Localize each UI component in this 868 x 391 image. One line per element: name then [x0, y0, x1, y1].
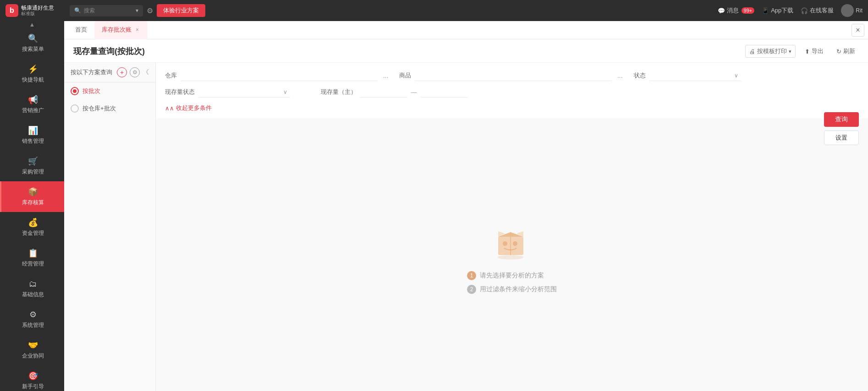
box-icon: 📦: [28, 187, 38, 197]
experience-btn[interactable]: 体验行业方案: [157, 4, 205, 17]
sidebar-item-finance[interactable]: 💰 资金管理: [0, 212, 64, 243]
sidebar-item-system[interactable]: ⚙ 系统管理: [0, 304, 64, 335]
sidebar-item-newguide[interactable]: 🎯 新手引导: [0, 365, 64, 391]
global-search-box[interactable]: 🔍 搜索 ▾: [70, 5, 143, 16]
content-area: 首页 库存批次账 × × 现存量查询(按批次) 🖨 按模板打印 ▾: [64, 21, 868, 391]
sidebar-item-quicknav[interactable]: ⚡ 快捷导航: [0, 59, 64, 89]
filter-row-2: 现存量状态 ∨ 现存量（主） —: [165, 87, 859, 98]
stock-status-field: 现存量状态 ∨: [165, 87, 312, 98]
online-service-btn[interactable]: 🎧 在线客服: [801, 6, 834, 15]
query-btn[interactable]: 查询: [824, 112, 859, 127]
search-icon: 🔍: [28, 33, 38, 43]
messages-btn[interactable]: 💬 消息 99+: [718, 6, 755, 15]
product-input[interactable]: [415, 70, 612, 81]
gear-icon: ⚙: [28, 310, 38, 320]
money-icon: 💰: [28, 217, 38, 228]
warehouse-field: 仓库 ...: [165, 70, 390, 81]
svg-point-7: [498, 255, 523, 260]
tip-1-num: 1: [467, 271, 476, 280]
header-right: 💬 消息 99+ 📱 App下载 🎧 在线客服 Rit: [718, 4, 863, 17]
app-name-text: 畅康通好生意 标准版: [21, 5, 54, 16]
filter-panel-header: 按以下方案查询 + ⚙ 《: [64, 63, 155, 82]
print-icon: 🖨: [749, 48, 755, 55]
tip-2-num: 2: [467, 285, 476, 294]
plus-icon: +: [120, 69, 124, 76]
gear-icon: ⚙: [132, 69, 137, 76]
query-area: 仓库 ... 商品 ... 状态: [156, 63, 868, 391]
header-middle: 🔍 搜索 ▾ ⚙ 体验行业方案: [70, 4, 713, 17]
sidebar-item-sales[interactable]: 📊 销售管理: [0, 120, 64, 151]
tabs-bar: 首页 库存批次账 × ×: [64, 21, 868, 39]
status-select[interactable]: ∨: [649, 71, 741, 81]
search-icon: 🔍: [74, 7, 81, 14]
svg-point-6: [513, 241, 517, 246]
export-btn[interactable]: ⬆ 导出: [801, 45, 827, 57]
empty-state: 1 请先选择要分析的方案 2 用过滤条件来缩小分析范围: [156, 119, 868, 391]
empty-illustration: [489, 216, 535, 262]
product-more-btn[interactable]: ...: [615, 70, 625, 81]
sidebar-item-operation[interactable]: 📋 经营管理: [0, 243, 64, 273]
window-close-btn[interactable]: ×: [852, 24, 864, 37]
target-icon: 🎯: [28, 371, 38, 381]
chevron-up-icon: ∧∧: [165, 105, 174, 112]
tab-right-area: ×: [852, 24, 864, 37]
query-actions: 查询 设置: [824, 112, 859, 145]
page-actions: 🖨 按模板打印 ▾ ⬆ 导出 ↻ 刷新: [745, 45, 859, 58]
sidebar-scroll-up[interactable]: ▲: [0, 21, 64, 28]
messages-badge: 99+: [742, 7, 755, 14]
warehouse-input[interactable]: [181, 70, 378, 81]
filter-header-actions: + ⚙ 《: [117, 67, 149, 77]
tip-1-text: 请先选择要分析的方案: [480, 272, 544, 280]
radio-inactive-icon: [71, 104, 79, 113]
sidebar-item-search[interactable]: 🔍 搜索菜单: [0, 28, 64, 59]
filter-panel: 按以下方案查询 + ⚙ 《 按批次: [64, 63, 156, 391]
dropdown-arrow-icon: ▾: [136, 7, 138, 14]
stock-status-select[interactable]: ∨: [198, 87, 290, 98]
empty-tip-2: 2 用过滤条件来缩小分析范围: [467, 285, 557, 294]
phone-icon: 📱: [762, 7, 769, 14]
stock-qty-max-input[interactable]: [421, 87, 468, 98]
setting-btn[interactable]: 设置: [824, 130, 859, 145]
radio-dot: [73, 89, 77, 93]
avatar: [841, 4, 854, 17]
stock-qty-min-input[interactable]: [360, 87, 407, 98]
filter-option-by-warehouse-batch[interactable]: 按仓库+批次: [64, 100, 155, 117]
export-icon: ⬆: [805, 48, 810, 55]
print-btn[interactable]: 🖨 按模板打印 ▾: [745, 45, 796, 58]
sidebar-item-collab[interactable]: 🤝 企业协同: [0, 335, 64, 365]
stock-qty-field: 现存量（主） —: [321, 87, 467, 98]
page-title: 现存量查询(按批次): [73, 46, 145, 57]
user-menu[interactable]: Rit: [841, 4, 863, 17]
main-layout: ▲ 🔍 搜索菜单 ⚡ 快捷导航 📢 营销推广 📊 销售管理 🛒 采购管理 📦 库…: [0, 21, 868, 391]
warehouse-more-btn[interactable]: ...: [381, 70, 390, 81]
user-name: Rit: [856, 7, 863, 14]
app-download-btn[interactable]: 📱 App下载: [762, 6, 793, 15]
filter-collapse-btn[interactable]: 《: [143, 68, 149, 76]
empty-svg: [489, 216, 535, 262]
product-field: 商品 ...: [399, 70, 624, 81]
message-icon: 💬: [718, 7, 725, 14]
sidebar-item-purchase[interactable]: 🛒 采购管理: [0, 151, 64, 181]
megaphone-icon: 📢: [28, 95, 38, 105]
tab-inventory-batch[interactable]: 库存批次账 ×: [94, 21, 148, 39]
filter-setting-btn[interactable]: ⚙: [130, 67, 140, 77]
sidebar-item-inventory[interactable]: 📦 库存核算: [0, 181, 64, 212]
sidebar: ▲ 🔍 搜索菜单 ⚡ 快捷导航 📢 营销推广 📊 销售管理 🛒 采购管理 📦 库…: [0, 21, 64, 391]
filter-option-by-batch[interactable]: 按批次: [64, 82, 155, 100]
cart-icon: 🛒: [28, 156, 38, 166]
top-header: b 畅康通好生意 标准版 🔍 搜索 ▾ ⚙ 体验行业方案 💬 消息 99+ 📱 …: [0, 0, 868, 21]
stock-status-arrow: ∨: [283, 89, 287, 95]
svg-point-5: [503, 241, 507, 246]
collapse-more-btn[interactable]: ∧∧ 收起更多条件: [165, 102, 859, 114]
tab-home[interactable]: 首页: [68, 21, 94, 39]
tab-close-btn[interactable]: ×: [134, 27, 140, 33]
sidebar-item-marketing[interactable]: 📢 营销推广: [0, 89, 64, 120]
range-dash: —: [411, 89, 417, 96]
lightning-icon: ⚡: [28, 64, 38, 74]
gear-icon[interactable]: ⚙: [147, 6, 153, 15]
status-dropdown-arrow: ∨: [734, 72, 738, 79]
refresh-btn[interactable]: ↻ 刷新: [833, 45, 859, 57]
handshake-icon: 🤝: [28, 340, 38, 350]
sidebar-item-basic[interactable]: 🗂 基础信息: [0, 273, 64, 304]
filter-add-btn[interactable]: +: [117, 67, 127, 77]
